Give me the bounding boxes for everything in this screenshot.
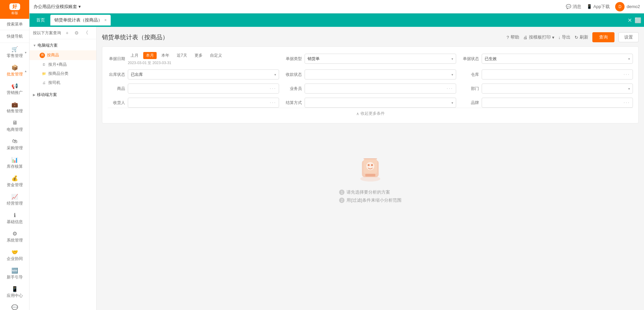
sidebar-menu-item-wholesale[interactable]: 📦 批发管理 ▴: [0, 61, 29, 80]
quick-nav-label[interactable]: 快捷导航: [7, 32, 23, 41]
department-control[interactable]: ▾: [482, 84, 633, 94]
query-button[interactable]: 查询: [592, 32, 614, 42]
retail-arrow: ▾: [25, 50, 26, 54]
system-icon: ⚙: [11, 230, 18, 237]
plan-header-pc[interactable]: ▼ 电脑端方案: [30, 41, 96, 50]
sidebar-menu-item-corpwechat[interactable]: 💬 企业微信: [0, 301, 29, 310]
window-maximize-icon[interactable]: ⬜: [635, 17, 641, 23]
collection-status-control[interactable]: ▾: [305, 69, 456, 80]
corpwechat-icon: 💬: [11, 304, 18, 310]
payment-method-control[interactable]: ▾: [305, 98, 456, 108]
sidebar-menu-item-inventory[interactable]: 📊 库存核算: [0, 154, 29, 172]
date-tab-last-month[interactable]: 上月: [128, 52, 141, 59]
settings-button[interactable]: 设置: [619, 32, 639, 42]
plan-sub-item-by-month-product[interactable]: 🗓 按月+商品: [30, 60, 96, 69]
settings-plan-button[interactable]: ⚙: [73, 30, 80, 36]
finance-icon: 💰: [11, 175, 18, 182]
sidebar-menu-item-appcenter[interactable]: 📱 应用中心: [0, 283, 29, 301]
template-dropdown-icon: ▾: [78, 4, 81, 9]
tab-active[interactable]: 销货单统计表（按商品） ×: [50, 15, 111, 25]
product-dots-icon: ···: [270, 86, 276, 92]
app-download-button[interactable]: 📱 App下载: [587, 4, 610, 10]
date-tab-custom[interactable]: 自定义: [207, 52, 225, 59]
doc-status-value: 已生效: [485, 56, 497, 62]
date-tab-this-month[interactable]: 本月: [143, 52, 157, 59]
sidebar-menu-item-enterprise[interactable]: 🤝 企业协同: [0, 246, 29, 264]
sidebar-menu-item-ecommerce[interactable]: 🖥 电商管理: [0, 117, 29, 135]
print-button[interactable]: 🖨 按模板打印 ▾: [523, 34, 554, 40]
out-status-value: 已出库: [131, 72, 143, 78]
warehouse-control[interactable]: ···: [482, 69, 633, 80]
date-tab-more[interactable]: 更多: [192, 52, 205, 59]
industry-template-select[interactable]: 办公用品行业模拟账套 ▾: [34, 4, 81, 10]
sidebar-menu-item-basic[interactable]: ℹ 基础信息: [0, 209, 29, 227]
sidebar-menu-item-purchase[interactable]: 🛍 采购管理: [0, 135, 29, 154]
search-menu-label[interactable]: 搜索菜单: [7, 21, 23, 27]
date-tab-this-year[interactable]: 本年: [159, 52, 172, 59]
page-actions: ? 帮助 🖨 按模板打印 ▾ ↓ 导出 ↻ 刷新: [506, 32, 639, 42]
filter-item-doc-status: 单据状态 已生效 ▾: [462, 54, 633, 64]
recipient-control[interactable]: ···: [128, 98, 279, 108]
top-bar: 办公用品行业模拟账套 ▾ 💬 消息 📱 App下载 D demo2: [30, 0, 644, 13]
brand-control[interactable]: ···: [482, 98, 633, 108]
export-button[interactable]: ↓ 导出: [558, 34, 571, 40]
left-panel: 按以下方案查询 + ⚙ 《 ▼ 电脑端方案 商 按商品 🗓: [30, 27, 97, 310]
filter-item-collection-status: 收款状态 ▾: [284, 69, 456, 80]
sidebar-menu-item-sales[interactable]: 💼 销售管理: [0, 98, 29, 117]
refresh-button[interactable]: ↻ 刷新: [575, 34, 588, 40]
department-dropdown-icon: ▾: [628, 87, 630, 91]
add-plan-button[interactable]: +: [64, 30, 70, 36]
salesperson-control[interactable]: ···: [305, 84, 456, 94]
plan-sub-item-by-category[interactable]: 📁 按商品分类: [30, 69, 96, 78]
system-label: 系统管理: [7, 238, 23, 243]
doc-type-control[interactable]: 销货单 ▾: [305, 54, 456, 64]
warehouse-dots-icon: ···: [624, 71, 630, 78]
sidebar-menu-item-system[interactable]: ⚙ 系统管理: [0, 227, 29, 246]
pc-section-label: 电脑端方案: [38, 43, 58, 48]
window-close-icon[interactable]: ✕: [628, 17, 632, 23]
by-category-label: 按商品分类: [48, 71, 68, 76]
purchase-label: 采购管理: [7, 145, 23, 151]
sidebar-search[interactable]: 搜索菜单: [0, 19, 29, 30]
date-tab-7days[interactable]: 近7天: [174, 52, 190, 59]
by-month-product-label: 按月+商品: [48, 62, 67, 67]
doc-status-control[interactable]: 已生效 ▾: [482, 54, 633, 64]
enterprise-icon: 🤝: [11, 249, 18, 255]
tab-close-icon[interactable]: ×: [104, 18, 107, 22]
basic-icon: ℹ: [11, 212, 18, 218]
sidebar-menu-item-finance[interactable]: 💰 资金管理: [0, 172, 29, 191]
user-profile[interactable]: D demo2: [615, 2, 640, 11]
collapse-button[interactable]: ∧ 收起更多条件: [352, 109, 389, 118]
filter-item-department: 部门 ▾: [462, 84, 633, 94]
empty-tip-2-text: 用[过滤]条件来缩小分析范围: [346, 197, 401, 203]
wholesale-label: 批发管理: [7, 71, 23, 77]
retail-label: 零售管理: [7, 53, 23, 59]
message-label: 消息: [573, 4, 581, 10]
help-button[interactable]: ? 帮助: [506, 34, 519, 40]
content-area: 按以下方案查询 + ⚙ 《 ▼ 电脑端方案 商 按商品 🗓: [30, 27, 644, 310]
out-status-control[interactable]: 已出库 ▾: [128, 69, 279, 80]
filter-item-warehouse: 仓库 ···: [462, 69, 633, 80]
collapse-panel-button[interactable]: 《: [83, 30, 89, 36]
plan-item-by-product[interactable]: 商 按商品: [30, 50, 96, 60]
filter-row-2: 出库状态 已出库 ▾ 收款状态 ▾ 仓库: [108, 69, 633, 80]
marketing-label: 营销推广: [7, 90, 23, 96]
message-button[interactable]: 💬 消息: [566, 4, 581, 10]
sidebar-menu-item-newuser[interactable]: 🆕 新手引导: [0, 264, 29, 283]
print-label: 按模板打印: [529, 34, 551, 40]
sidebar-menu-item-operations[interactable]: 📈 经营管理: [0, 191, 29, 209]
warehouse-label: 仓库: [462, 72, 479, 78]
empty-state: 1 请先选择要分析的方案 2 用[过滤]条件来缩小分析范围: [102, 123, 639, 230]
tab-home[interactable]: 首页: [32, 15, 49, 25]
logo-area: 好 标版: [0, 0, 29, 19]
plan-sub-item-by-printer[interactable]: 🖨 按司机: [30, 78, 96, 87]
operations-icon: 📈: [11, 193, 18, 200]
marketing-icon: 📢: [11, 83, 18, 89]
sidebar-menu-item-marketing[interactable]: 📢 营销推广: [0, 80, 29, 98]
by-month-product-icon: 🗓: [42, 62, 46, 67]
product-control[interactable]: ···: [128, 84, 279, 94]
sidebar-menu-item-retail[interactable]: 🛒 零售管理 ▾: [0, 43, 29, 61]
plan-header-mobile[interactable]: ▶ 移动端方案: [30, 90, 96, 100]
app-download-label: App下载: [593, 4, 610, 10]
sales-label: 销售管理: [7, 108, 23, 114]
